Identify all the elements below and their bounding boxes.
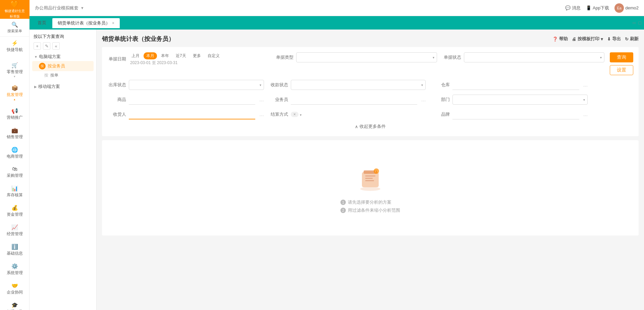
minimize-btn[interactable]: ─ xyxy=(633,20,636,25)
print-btn[interactable]: 🖨 按模板打印 ▾ xyxy=(572,36,603,42)
print-label: 按模板打印 xyxy=(578,36,599,42)
sidebar-item-retail[interactable]: 🛒 零售管理 ▾ xyxy=(0,59,29,82)
salesperson-dots-btn[interactable]: ... xyxy=(421,97,426,103)
collapse-icon: « xyxy=(55,44,57,49)
date-label: 单据日期 xyxy=(107,56,126,62)
out-status-label: 出库状态 xyxy=(107,82,126,88)
goods-input[interactable] xyxy=(129,95,255,105)
settlement-select-wrap: ▾ xyxy=(300,112,426,117)
out-status-select[interactable] xyxy=(129,80,264,90)
out-status-select-wrap: ▾ xyxy=(129,80,264,90)
settlement-label: 结算方式 xyxy=(269,111,288,117)
date-tab-custom[interactable]: 自定义 xyxy=(205,52,222,59)
sidebar-item-basic-info[interactable]: ℹ️ 基础信息 xyxy=(0,240,29,260)
left-panel-actions: + ✎ « xyxy=(32,42,94,50)
tab-close-btn[interactable]: × xyxy=(112,21,114,25)
sidebar-item-marketing[interactable]: 📢 营销推广 xyxy=(0,104,29,124)
filter-field-doc-type: 单据类型 ▾ xyxy=(275,52,437,62)
collapse-btn[interactable]: ∧ 收起更多条件 xyxy=(351,122,390,131)
message-icon: 💬 xyxy=(565,5,571,10)
content-area: 按以下方案查询 + ✎ « ▼ 电脑端方案 xyxy=(30,30,644,310)
brand-dots-btn[interactable]: ... xyxy=(583,111,588,117)
sidebar-item-purchase[interactable]: 🛍 采购管理 xyxy=(0,163,29,182)
sidebar-item-system[interactable]: ⚙️ 系统管理 xyxy=(0,260,29,279)
maximize-btn[interactable]: □ xyxy=(639,20,641,25)
schema-item-by-salesperson[interactable]: 按 按业务员 xyxy=(32,61,94,71)
message-btn[interactable]: 💬 消息 xyxy=(565,5,581,11)
svg-rect-3 xyxy=(365,175,375,176)
schema-item-label: 按业务员 xyxy=(48,63,65,69)
edit-schema-btn[interactable]: ✎ xyxy=(43,42,50,50)
sidebar-item-operations[interactable]: 📈 经营管理 xyxy=(0,221,29,240)
schema-sub-item-by-order[interactable]: 按 按单 xyxy=(32,71,94,80)
settings-button[interactable]: 设置 xyxy=(610,65,633,75)
sidebar: 🧡 畅捷通好生意 标准版 🔍 搜索菜单 ⚡ 快捷导航 🛒 零售管理 ▾ 📦 批发… xyxy=(0,0,30,310)
warehouse-dots-btn[interactable]: ... xyxy=(583,82,588,88)
sub-item-label: 按单 xyxy=(50,72,58,78)
svg-rect-1 xyxy=(362,172,379,187)
app-download-btn[interactable]: 📱 App下载 xyxy=(586,5,609,11)
doc-type-select[interactable] xyxy=(296,52,437,62)
group-mobile-label: 移动端方案 xyxy=(38,84,60,90)
settlement-tag-x[interactable]: × xyxy=(293,112,296,117)
empty-tip-2: 2 用过滤条件来缩小分析范围 xyxy=(340,207,400,213)
query-btn-group: 查询 设置 xyxy=(610,52,633,75)
doc-status-select[interactable] xyxy=(464,52,604,62)
add-schema-btn[interactable]: + xyxy=(34,42,41,50)
doc-type-label: 单据类型 xyxy=(275,54,293,60)
department-select-wrap: ▾ xyxy=(452,95,588,105)
svg-text:!: ! xyxy=(375,170,376,173)
user-avatar-btn[interactable]: Ea demo2 xyxy=(614,3,639,13)
export-btn[interactable]: ⬇ 导出 xyxy=(607,36,621,42)
help-icon: ❓ xyxy=(552,37,558,42)
salesperson-label: 业务员 xyxy=(269,97,288,103)
tab-home[interactable]: 首页 xyxy=(32,17,52,28)
schema-group-mobile-header[interactable]: ▶ 移动端方案 xyxy=(32,82,94,91)
filter-field-doc-status: 单据状态 ▾ xyxy=(442,52,604,62)
sidebar-item-finance[interactable]: 💰 资金管理 xyxy=(0,201,29,221)
date-tab-more[interactable]: 更多 xyxy=(190,52,204,59)
workspace-dropdown-icon[interactable]: ▾ xyxy=(81,5,84,10)
receiver-dots-btn[interactable]: ... xyxy=(259,111,264,117)
sidebar-item-cooperation[interactable]: 🤝 企业协同 xyxy=(0,279,29,299)
sidebar-item-newbie[interactable]: 🎓 新手引导 xyxy=(0,299,29,310)
receiver-input[interactable] xyxy=(129,109,255,119)
help-btn[interactable]: ❓ 帮助 xyxy=(552,36,568,42)
sidebar-item-inventory[interactable]: 📊 库存核算 xyxy=(0,182,29,201)
query-button[interactable]: 查询 xyxy=(610,52,633,62)
settlement-input-wrap: × ▾ xyxy=(291,112,426,117)
add-icon: + xyxy=(36,44,39,49)
doc-status-select-wrap: ▾ xyxy=(464,52,604,62)
goods-dots-btn[interactable]: ... xyxy=(259,97,264,103)
tip-num-1: 1 xyxy=(340,200,346,205)
collapse-panel-btn[interactable]: « xyxy=(52,42,60,50)
sidebar-item-quick-nav[interactable]: ⚡ 快捷导航 xyxy=(0,37,29,56)
date-tab-7days[interactable]: 近7天 xyxy=(173,52,189,59)
refresh-btn[interactable]: ↻ 刷新 xyxy=(625,36,639,42)
date-field-wrap: 上月 本月 本年 近7天 更多 自定义 2023-03-01 至 2023-03… xyxy=(129,52,269,66)
date-tab-this-month[interactable]: 本月 xyxy=(144,52,157,59)
schema-group-desktop-header[interactable]: ▼ 电脑端方案 xyxy=(32,52,94,61)
group-arrow-icon: ▼ xyxy=(34,55,38,59)
tip-1-text: 请先选择要分析的方案 xyxy=(348,199,391,205)
date-tab-last-month[interactable]: 上月 xyxy=(129,52,142,59)
pay-status-select[interactable] xyxy=(291,80,426,90)
svg-point-0 xyxy=(360,187,380,191)
collapse-label: 收起更多条件 xyxy=(360,123,386,130)
salesperson-input[interactable] xyxy=(291,95,417,105)
department-select[interactable] xyxy=(452,95,588,105)
date-range-text: 2023-03-01 至 2023-03-31 xyxy=(130,60,269,66)
sidebar-search-label: 搜索菜单 xyxy=(7,29,22,34)
app-logo[interactable]: 🧡 畅捷通好生意 标准版 xyxy=(0,0,30,19)
schema-item-icon: 按 xyxy=(39,63,46,69)
sidebar-item-wholesale[interactable]: 📦 批发管理 ▴ xyxy=(0,82,29,104)
brand-input[interactable] xyxy=(452,109,579,119)
warehouse-input[interactable] xyxy=(452,80,579,90)
sidebar-item-sales[interactable]: 💼 销售管理 xyxy=(0,124,29,143)
svg-point-6 xyxy=(374,168,379,174)
date-tab-this-year[interactable]: 本年 xyxy=(158,52,172,59)
sidebar-item-ecommerce[interactable]: 🌐 电商管理 xyxy=(0,143,29,163)
tab-sales-stats[interactable]: 销货单统计表（按业务员） × xyxy=(52,17,120,28)
user-name: demo2 xyxy=(625,5,639,10)
sidebar-search[interactable]: 🔍 搜索菜单 xyxy=(0,19,29,37)
